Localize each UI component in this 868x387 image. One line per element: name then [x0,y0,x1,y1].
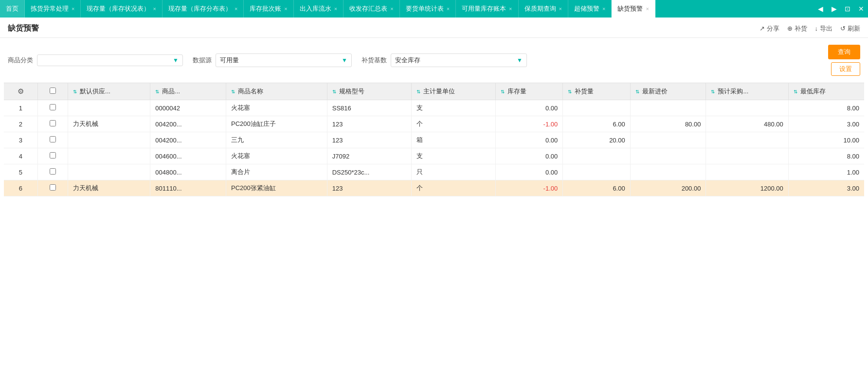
row-checkbox-3[interactable] [50,152,56,158]
replenish-basis-filter-group: 补货基数 安全库存 ▼ [362,53,527,67]
nav-tab-close-2[interactable]: × [153,6,156,12]
nav-tab-6[interactable]: 收发存汇总表× [344,0,399,18]
cell-name-2: 三九 [226,132,327,148]
replenish-basis-select[interactable]: 安全库存 ▼ [391,53,527,67]
refresh-button[interactable]: ↺ 刷新 [840,24,860,33]
sort-code-icon: ⇅ [155,89,159,94]
sort-supplier-icon: ⇅ [73,89,77,94]
row-checkbox-0[interactable] [50,104,56,110]
nav-tab-5[interactable]: 出入库流水× [294,0,344,18]
th-unit[interactable]: ⇅ 主计量单位 [411,83,495,100]
nav-tab-close-3[interactable]: × [235,6,237,12]
th-name[interactable]: ⇅ 商品名称 [226,83,327,100]
data-table: ⚙ ⇅ 默认供应... ⇅ 商品... [4,83,864,196]
row-checkbox-4[interactable] [50,168,56,175]
nav-tab-1[interactable]: 拣货异常处理× [25,0,81,18]
nav-tab-10[interactable]: 超储预警× [568,0,612,18]
table-row: 3004200...三九123箱0.0020.0010.00 [4,132,864,148]
cell-checkbox-3[interactable] [37,148,68,164]
settings-button[interactable]: 设置 [831,62,860,76]
cell-est_purchase-1: 480.00 [706,116,788,132]
nav-next-arrow[interactable]: ▶ [827,0,841,18]
cell-spec-3: J7092 [327,148,411,164]
cell-code-4: 004800... [150,164,226,180]
nav-close-button[interactable]: ✕ [854,0,868,18]
page-container: 缺货预警 ↗ 分享 ⊕ 补货 ↓ 导出 ↺ 刷新 商品分类 [0,18,868,387]
th-replenish-label: 补货量 [575,87,594,96]
th-est-purchase[interactable]: ⇅ 预计采购... [706,83,788,100]
nav-tab-close-1[interactable]: × [72,6,74,12]
nav-tab-4[interactable]: 库存批次账× [244,0,293,18]
th-checkbox[interactable] [37,83,68,100]
nav-tab-close-5[interactable]: × [334,6,337,12]
row-checkbox-1[interactable] [50,120,56,126]
nav-maximize-button[interactable]: ⊡ [841,0,854,18]
nav-tab-close-8[interactable]: × [509,6,512,12]
cell-spec-2: 123 [327,132,411,148]
category-filter-label: 商品分类 [8,56,33,65]
row-checkbox-2[interactable] [50,136,56,142]
cell-replenish-0 [563,100,630,116]
cell-checkbox-2[interactable] [37,132,68,148]
th-supplier[interactable]: ⇅ 默认供应... [68,83,150,100]
cell-checkbox-5[interactable] [37,180,68,196]
th-code[interactable]: ⇅ 商品... [150,83,226,100]
select-all-checkbox[interactable] [50,88,56,94]
nav-tab-8[interactable]: 可用量库存账本× [456,0,518,18]
replenish-button[interactable]: ⊕ 补货 [787,24,807,33]
th-settings[interactable]: ⚙ [4,83,37,100]
row-checkbox-5[interactable] [50,184,56,191]
datasource-filter-label: 数据源 [193,56,212,65]
nav-tab-2[interactable]: 现存量（库存状况表）× [81,0,162,18]
cell-min_stock-3: 8.00 [788,148,864,164]
table-settings-gear-icon[interactable]: ⚙ [9,87,33,96]
cell-name-3: 火花塞 [226,148,327,164]
th-replenish[interactable]: ⇅ 补货量 [563,83,630,100]
sort-min-stock-icon: ⇅ [794,89,797,94]
nav-tab-close-7[interactable]: × [447,6,450,12]
th-latest-price[interactable]: ⇅ 最新进价 [630,83,706,100]
nav-tab-close-11[interactable]: × [646,6,649,12]
th-stock[interactable]: ⇅ 库存量 [495,83,562,100]
cell-checkbox-0[interactable] [37,100,68,116]
cell-stock-3: 0.00 [495,148,562,164]
th-min-stock[interactable]: ⇅ 最低库存 [788,83,864,100]
datasource-select[interactable]: 可用量 ▼ [216,53,352,67]
nav-tab-0[interactable]: 首页 [0,0,25,18]
nav-tab-close-6[interactable]: × [390,6,393,12]
cell-code-2: 004200... [150,132,226,148]
export-button[interactable]: ↓ 导出 [815,24,833,33]
cell-min_stock-5: 3.00 [788,180,864,196]
datasource-filter-group: 数据源 可用量 ▼ [193,53,352,67]
sort-unit-icon: ⇅ [416,89,420,94]
cell-spec-1: 123 [327,116,411,132]
export-icon: ↓ [815,25,818,32]
category-select[interactable]: ▼ [37,54,183,66]
cell-est_purchase-2 [706,132,788,148]
share-icon: ↗ [760,25,765,32]
table-row: 5004800...离合片DS250*23c...只0.001.00 [4,164,864,180]
nav-tab-9[interactable]: 保质期查询× [519,0,568,18]
nav-tab-7[interactable]: 要货单统计表× [400,0,456,18]
cell-stock-1: -1.00 [495,116,562,132]
nav-tab-3[interactable]: 现存量（库存分布表）× [163,0,244,18]
cell-unit-0: 支 [411,100,495,116]
table-row: 6力天机械801110...PC200张紧油缸123个-1.006.00200.… [4,180,864,196]
table-header-row: ⚙ ⇅ 默认供应... ⇅ 商品... [4,83,864,100]
nav-tab-close-4[interactable]: × [284,6,287,12]
cell-checkbox-4[interactable] [37,164,68,180]
nav-tab-close-9[interactable]: × [559,6,562,12]
query-button[interactable]: 查询 [828,45,860,59]
nav-tab-11[interactable]: 缺货预警× [612,0,655,18]
cell-min_stock-2: 10.00 [788,132,864,148]
cell-index-5: 6 [4,180,37,196]
cell-checkbox-1[interactable] [37,116,68,132]
page-title: 缺货预警 [8,23,39,34]
cell-code-5: 801110... [150,180,226,196]
nav-prev-arrow[interactable]: ◀ [814,0,827,18]
share-button[interactable]: ↗ 分享 [760,24,779,33]
th-spec[interactable]: ⇅ 规格型号 [327,83,411,100]
th-latest-price-label: 最新进价 [642,87,668,96]
nav-tab-close-10[interactable]: × [602,6,605,12]
cell-latest_price-1: 80.00 [630,116,706,132]
